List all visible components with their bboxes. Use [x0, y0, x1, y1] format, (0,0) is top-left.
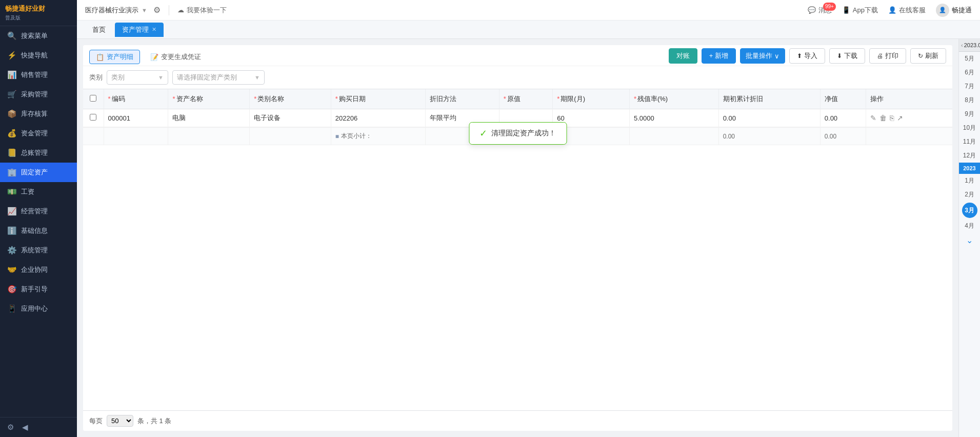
sub-tab-change-voucher-label: 变更生成凭证 — [161, 52, 201, 62]
pagination: 每页 50 10 20 100 条，共 1 条 — [83, 410, 952, 431]
sidebar-item-sales[interactable]: 📊 销售管理 — [0, 65, 77, 85]
username: 畅捷通 — [952, 6, 972, 15]
notifications-button[interactable]: 💬 消息 99+ — [808, 6, 832, 15]
sidebar-item-purchase[interactable]: 🛒 采购管理 — [0, 85, 77, 104]
topbar-right: 💬 消息 99+ 📱 App下载 👤 在线客服 👤 畅捷通 — [808, 4, 972, 17]
sidebar-item-label: 总账管理 — [21, 148, 48, 157]
calendar-title: 2023.03 — [964, 42, 980, 48]
month-8[interactable]: 8月 — [959, 93, 980, 107]
sidebar-item-quick-nav[interactable]: ⚡ 快捷导航 — [0, 46, 77, 65]
sidebar-item-label: 库存核算 — [21, 109, 48, 118]
th-net-value: 净值 — [820, 89, 866, 109]
sidebar-item-fixed-assets[interactable]: 🏢 固定资产 — [0, 163, 77, 182]
fixed-assets-icon: 🏢 — [7, 168, 17, 177]
sidebar-item-funds[interactable]: 💰 资金管理 — [0, 124, 77, 143]
select-all-checkbox[interactable] — [90, 95, 96, 102]
sidebar-item-label: 新手引导 — [21, 285, 48, 294]
sidebar-item-inventory[interactable]: 📦 库存核算 — [0, 104, 77, 124]
month-7[interactable]: 7月 — [959, 80, 980, 93]
sidebar-item-system[interactable]: ⚙️ 系统管理 — [0, 241, 77, 260]
sidebar-item-payroll[interactable]: 💵 工资 — [0, 182, 77, 202]
th-actions: 操作 — [866, 89, 952, 109]
batch-arrow-icon: ∨ — [774, 52, 779, 60]
sidebar-logo: 畅捷通好业财 普及版 — [0, 0, 77, 26]
th-name: *资产名称 — [168, 89, 250, 109]
refresh-icon: ↻ — [918, 52, 923, 59]
change-voucher-icon: 📝 — [150, 53, 158, 61]
experience-button[interactable]: ☁ 我要体验一下 — [177, 6, 227, 15]
category-detail-placeholder: 请选择固定资产类别 — [177, 73, 252, 82]
topbar-settings-icon[interactable]: ⚙ — [153, 5, 161, 15]
sidebar-item-label: 企业协同 — [21, 265, 48, 274]
calendar-scroll[interactable]: 5月 6月 7月 8月 9月 10月 11月 12月 2023 1月 2月 3月… — [959, 52, 980, 437]
main-area: 医疗器械行业演示 ▼ ⚙ ☁ 我要体验一下 💬 消息 99+ 📱 App下载 👤… — [77, 0, 980, 437]
sub-tab-asset-detail[interactable]: 📋 资产明细 — [89, 50, 140, 64]
app-download-button[interactable]: 📱 App下载 — [842, 6, 878, 15]
settings-footer-icon[interactable]: ⚙ — [7, 423, 14, 432]
calendar-header: ‹ 2023.03 › — [959, 39, 980, 52]
import-icon: ⬆ — [797, 52, 802, 59]
month-9[interactable]: 9月 — [959, 107, 980, 121]
sidebar-item-label: 工资 — [21, 187, 34, 196]
import-button[interactable]: ⬆ 导入 — [789, 48, 825, 64]
new-button[interactable]: + 新增 — [702, 48, 736, 64]
asset-card: 📋 资产明细 📝 变更生成凭证 对账 — [83, 45, 952, 431]
user-menu[interactable]: 👤 畅捷通 — [936, 4, 972, 17]
month-10[interactable]: 10月 — [959, 121, 980, 135]
payroll-icon: 💵 — [7, 187, 17, 196]
month-4[interactable]: 4月 — [959, 219, 980, 233]
subtotal-empty — [83, 128, 104, 145]
calendar-prev-icon[interactable]: ‹ — [961, 42, 963, 48]
month-2[interactable]: 2月 — [959, 188, 980, 202]
sub-tab-change-voucher[interactable]: 📝 变更生成凭证 — [144, 50, 207, 64]
refresh-label: 刷新 — [925, 51, 938, 61]
more-months-down[interactable]: ⌄ — [959, 233, 980, 248]
online-service-button[interactable]: 👤 在线客服 — [888, 6, 926, 15]
reconcile-button[interactable]: 对账 — [669, 48, 697, 64]
month-1[interactable]: 1月 — [959, 174, 980, 188]
per-page-select[interactable]: 50 10 20 100 — [107, 415, 133, 427]
category-type-select[interactable]: 类别 ▼ — [107, 70, 168, 85]
batch-button[interactable]: 批量操作 ∨ — [740, 48, 785, 64]
month-5[interactable]: 5月 — [959, 52, 980, 66]
copy-icon[interactable]: ⎘ — [890, 114, 894, 122]
row-checkbox[interactable] — [90, 114, 96, 121]
download-label: 下载 — [844, 51, 857, 61]
tab-asset-mgmt[interactable]: 资产管理 ✕ — [115, 23, 164, 37]
sidebar-item-ledger[interactable]: 📒 总账管理 — [0, 143, 77, 163]
sales-icon: 📊 — [7, 70, 17, 80]
print-button[interactable]: 🖨 打印 — [869, 48, 906, 64]
month-6[interactable]: 6月 — [959, 66, 980, 80]
tab-close-icon[interactable]: ✕ — [152, 26, 156, 33]
refresh-button[interactable]: ↻ 刷新 — [910, 48, 946, 64]
funds-icon: 💰 — [7, 129, 17, 138]
category-detail-select[interactable]: 请选择固定资产类别 ▼ — [172, 70, 265, 85]
download-button[interactable]: ⬇ 下载 — [829, 48, 865, 64]
row-net-value: 0.00 — [820, 109, 866, 127]
edit-icon[interactable]: ✎ — [870, 114, 876, 122]
sidebar-item-app-center[interactable]: 📱 应用中心 — [0, 299, 77, 319]
month-3-current[interactable]: 3月 — [962, 203, 977, 218]
tab-home[interactable]: 首页 — [85, 23, 113, 37]
row-initial-depreciation: 0.00 — [718, 109, 820, 127]
row-code: 000001 — [104, 109, 168, 127]
row-category: 电子设备 — [250, 109, 331, 127]
sidebar-item-basic-info[interactable]: ℹ️ 基础信息 — [0, 221, 77, 241]
year-badge: 2023 — [959, 163, 980, 174]
company-selector[interactable]: 医疗器械行业演示 ▼ — [85, 6, 147, 15]
row-purchase-date: 202206 — [331, 109, 425, 127]
sidebar-item-search[interactable]: 🔍 搜索菜单 — [0, 26, 77, 46]
collapse-icon[interactable]: ◀ — [22, 423, 28, 432]
month-12[interactable]: 12月 — [959, 149, 980, 163]
company-dropdown-arrow: ▼ — [142, 7, 147, 13]
month-11[interactable]: 11月 — [959, 135, 980, 149]
topbar: 医疗器械行业演示 ▼ ⚙ ☁ 我要体验一下 💬 消息 99+ 📱 App下载 👤… — [77, 0, 980, 21]
delete-icon[interactable]: 🗑 — [879, 114, 887, 122]
sidebar-item-guide[interactable]: 🎯 新手引导 — [0, 280, 77, 299]
row-residual-rate: 5.0000 — [629, 109, 718, 127]
sidebar: 畅捷通好业财 普及版 🔍 搜索菜单 ⚡ 快捷导航 📊 销售管理 🛒 采购管理 📦… — [0, 0, 77, 437]
sidebar-item-operations[interactable]: 📈 经营管理 — [0, 202, 77, 221]
more-icon[interactable]: ↗ — [897, 114, 903, 122]
sidebar-item-enterprise[interactable]: 🤝 企业协同 — [0, 260, 77, 280]
online-service-label: 在线客服 — [899, 6, 926, 15]
